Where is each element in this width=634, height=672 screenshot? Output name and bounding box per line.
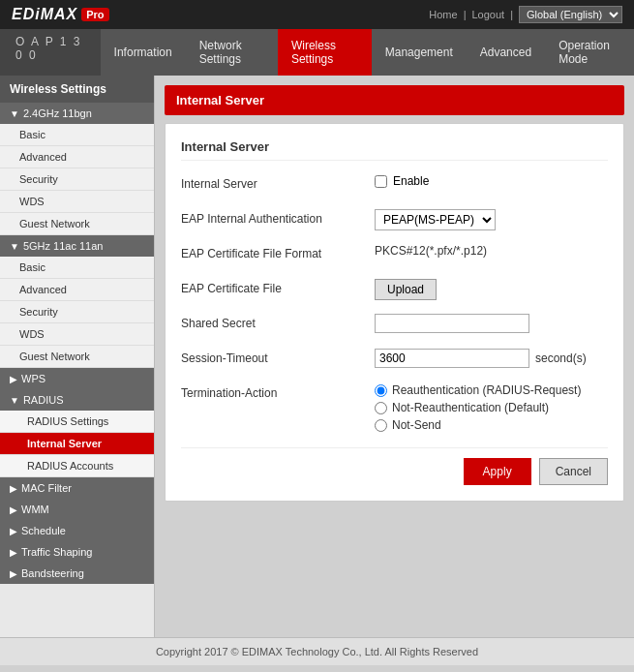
sidebar-group-schedule: ▶ Schedule [0, 520, 154, 541]
language-select[interactable]: Global (English) [519, 6, 622, 23]
shared-secret-label: Shared Secret [181, 314, 375, 330]
internal-server-checkbox[interactable] [375, 175, 387, 188]
apply-button[interactable]: Apply [464, 458, 531, 485]
footer: Copyright 2017 © EDIMAX Technology Co., … [0, 637, 634, 665]
nav-wireless-settings[interactable]: Wireless Settings [278, 29, 372, 76]
sidebar-group-radius-title[interactable]: ▼ RADIUS [0, 389, 154, 411]
sidebar: Wireless Settings ▼ 2.4GHz 11bgn Basic A… [0, 76, 155, 637]
form-row-session-timeout: Session-Timeout second(s) [181, 349, 608, 374]
internal-server-label: Internal Server [181, 174, 375, 191]
sidebar-item-24-wds[interactable]: WDS [0, 191, 154, 213]
termination-option-not-send[interactable]: Not-Send [375, 418, 581, 432]
eap-auth-value: PEAP(MS-PEAP) EAP-TLS EAP-TTLS [375, 209, 608, 230]
sidebar-item-internal-server[interactable]: Internal Server [0, 433, 154, 455]
sidebar-group-wmm-title[interactable]: ▶ WMM [0, 499, 154, 520]
chevron-right-icon: ▶ [10, 504, 17, 515]
sidebar-item-radius-accounts[interactable]: RADIUS Accounts [0, 455, 154, 477]
sidebar-group-traffic-shaping-title[interactable]: ▶ Traffic Shaping [0, 541, 154, 563]
termination-radio-reauth[interactable] [375, 384, 387, 397]
sidebar-item-24-basic[interactable]: Basic [0, 124, 154, 146]
sidebar-item-radius-settings[interactable]: RADIUS Settings [0, 411, 154, 433]
content-panel: Internal Server Internal Server Enable E… [165, 123, 624, 502]
cert-file-label: EAP Certificate File [181, 279, 375, 295]
home-link[interactable]: Home [429, 9, 457, 20]
sidebar-item-5-wds[interactable]: WDS [0, 323, 154, 346]
shared-secret-value [375, 314, 608, 333]
chevron-down-icon: ▼ [10, 241, 19, 252]
termination-radio-not-reauth[interactable] [375, 402, 387, 414]
nav-information[interactable]: Information [101, 29, 186, 76]
panel-title: Internal Server [181, 139, 608, 161]
cert-file-value: Upload [375, 279, 608, 300]
sidebar-group-bandsteering-title[interactable]: ▶ Bandsteering [0, 563, 154, 584]
sidebar-item-24-security[interactable]: Security [0, 168, 154, 191]
sidebar-header: Wireless Settings [0, 76, 154, 103]
chevron-right-icon: ▶ [10, 483, 17, 494]
sidebar-item-24-advanced[interactable]: Advanced [0, 146, 154, 168]
chevron-right-icon: ▶ [10, 568, 17, 579]
sidebar-group-24ghz-title[interactable]: ▼ 2.4GHz 11bgn [0, 103, 154, 124]
chevron-down-icon: ▼ [10, 395, 19, 406]
cert-format-value: PKCS#12(*.pfx/*.p12) [375, 244, 608, 258]
sidebar-group-bandsteering: ▶ Bandsteering [0, 563, 154, 584]
page-title: Internal Server [165, 85, 624, 115]
upload-button[interactable]: Upload [375, 279, 437, 300]
sidebar-item-5-guest[interactable]: Guest Network [0, 346, 154, 368]
logout-link[interactable]: Logout [471, 9, 504, 20]
session-timeout-value: second(s) [375, 349, 608, 368]
sidebar-group-24ghz: ▼ 2.4GHz 11bgn Basic Advanced Security W… [0, 103, 154, 235]
content-area: Internal Server Internal Server Internal… [155, 76, 634, 637]
nav-operation-mode[interactable]: Operation Mode [545, 29, 634, 76]
nav-management[interactable]: Management [372, 29, 467, 76]
device-label: O A P 1 3 0 0 [0, 29, 101, 76]
sidebar-group-wps-title[interactable]: ▶ WPS [0, 368, 154, 389]
sidebar-item-24-guest[interactable]: Guest Network [0, 213, 154, 235]
logo: EDiMAX Pro [12, 6, 109, 23]
form-row-cert-file: EAP Certificate File Upload [181, 279, 608, 304]
cert-format-text: PKCS#12(*.pfx/*.p12) [375, 244, 487, 258]
eap-auth-select[interactable]: PEAP(MS-PEAP) EAP-TLS EAP-TTLS [375, 209, 496, 230]
sidebar-group-schedule-title[interactable]: ▶ Schedule [0, 520, 154, 541]
sidebar-item-5-basic[interactable]: Basic [0, 257, 154, 279]
chevron-right-icon: ▶ [10, 547, 17, 558]
session-timeout-label: Session-Timeout [181, 349, 375, 365]
chevron-right-icon: ▶ [10, 526, 17, 536]
logo-pro: Pro [81, 8, 108, 21]
termination-option-not-reauth[interactable]: Not-Reauthentication (Default) [375, 401, 581, 414]
eap-auth-label: EAP Internal Authentication [181, 209, 375, 226]
sidebar-item-5-advanced[interactable]: Advanced [0, 279, 154, 301]
shared-secret-input[interactable] [375, 314, 529, 333]
termination-radio-group: Reauthentication (RADIUS-Request) Not-Re… [375, 383, 581, 432]
sidebar-group-radius: ▼ RADIUS RADIUS Settings Internal Server… [0, 389, 154, 477]
internal-server-value: Enable [375, 174, 608, 188]
sidebar-item-5-security[interactable]: Security [0, 301, 154, 323]
sidebar-group-5ghz: ▼ 5GHz 11ac 11an Basic Advanced Security… [0, 235, 154, 368]
sidebar-group-mac-filter-title[interactable]: ▶ MAC Filter [0, 477, 154, 499]
sidebar-group-wps: ▶ WPS [0, 368, 154, 389]
chevron-down-icon: ▼ [10, 108, 19, 119]
nav-advanced[interactable]: Advanced [467, 29, 545, 76]
form-row-shared-secret: Shared Secret [181, 314, 608, 339]
top-links: Home | Logout | Global (English) [429, 6, 622, 23]
sidebar-group-wmm: ▶ WMM [0, 499, 154, 520]
chevron-right-icon: ▶ [10, 374, 17, 384]
sidebar-group-mac-filter: ▶ MAC Filter [0, 477, 154, 499]
termination-option-reauth[interactable]: Reauthentication (RADIUS-Request) [375, 383, 581, 397]
action-row: Apply Cancel [181, 447, 608, 485]
form-row-cert-format: EAP Certificate File Format PKCS#12(*.pf… [181, 244, 608, 269]
sidebar-group-traffic-shaping: ▶ Traffic Shaping [0, 541, 154, 563]
sidebar-group-5ghz-title[interactable]: ▼ 5GHz 11ac 11an [0, 235, 154, 257]
session-timeout-unit: second(s) [535, 351, 587, 365]
session-timeout-input[interactable] [375, 349, 529, 368]
form-row-termination: Termination-Action Reauthentication (RAD… [181, 383, 608, 432]
timeout-group: second(s) [375, 349, 587, 368]
nav-bar: O A P 1 3 0 0 Information Network Settin… [0, 29, 634, 76]
cancel-button[interactable]: Cancel [539, 458, 608, 485]
logo-text: EDiMAX [12, 6, 77, 23]
termination-radio-not-send[interactable] [375, 419, 387, 432]
termination-label: Termination-Action [181, 383, 375, 400]
form-row-internal-server: Internal Server Enable [181, 174, 608, 199]
nav-network-settings[interactable]: Network Settings [186, 29, 278, 76]
internal-server-enable-label: Enable [393, 174, 429, 188]
cert-format-label: EAP Certificate File Format [181, 244, 375, 260]
